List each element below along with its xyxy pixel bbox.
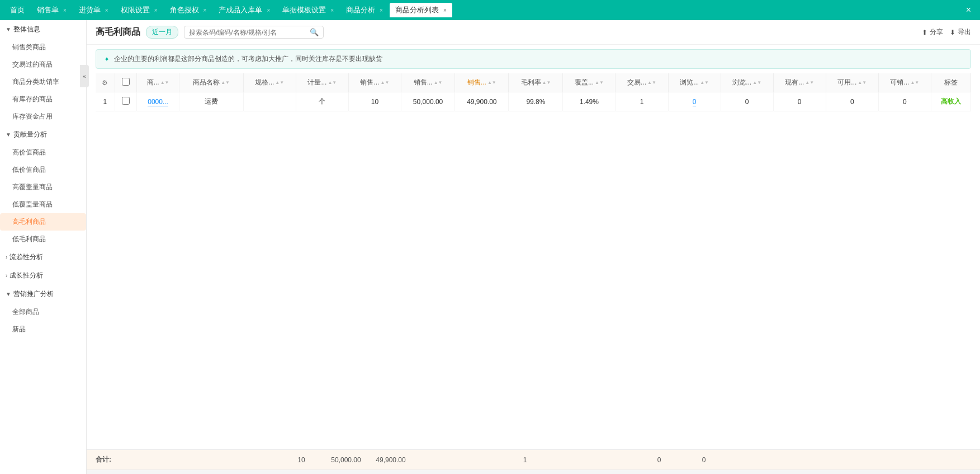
- sidebar-item-all-goods[interactable]: 全部商品: [0, 303, 86, 321]
- col-checkbox[interactable]: [115, 73, 136, 92]
- col-current-stock[interactable]: 现有... ▲▼: [773, 73, 826, 92]
- nav-window-close[interactable]: ×: [962, 3, 976, 17]
- close-permission-icon[interactable]: ×: [154, 7, 158, 13]
- select-all-checkbox[interactable]: [122, 78, 130, 86]
- sidebar-item-high-value[interactable]: 高价值商品: [0, 144, 86, 161]
- sidebar: ▼ 整体信息 销售类商品 交易过的商品 商品分类助销率 有库存的商品 库存资金占…: [0, 20, 87, 474]
- close-product-analysis-list-icon[interactable]: ×: [443, 7, 447, 13]
- sidebar-collapse-btn[interactable]: «: [80, 65, 89, 87]
- sidebar-item-low-coverage[interactable]: 低覆盖量商品: [0, 196, 86, 213]
- arrow-contribution-icon: ▼: [6, 132, 11, 138]
- col-name[interactable]: 商品名称 ▲▼: [179, 73, 243, 92]
- cell-available-stock: 0: [826, 92, 878, 111]
- export-icon: ⬇: [950, 29, 955, 36]
- col-sale-qty[interactable]: 销售... ▲▼: [348, 73, 401, 92]
- gear-icon[interactable]: ⚙: [102, 79, 108, 87]
- nav-product-analysis-list[interactable]: 商品分析列表 ×: [390, 3, 452, 17]
- sidebar-item-high-coverage[interactable]: 高覆盖量商品: [0, 179, 86, 196]
- nav-product-instock[interactable]: 产成品入库单 ×: [213, 3, 276, 17]
- tag-badge: 高收入: [941, 97, 961, 105]
- col-available-stock[interactable]: 可用... ▲▼: [826, 73, 878, 92]
- top-nav: 首页 销售单 × 进货单 × 权限设置 × 角色授权 × 产成品入库单 × 单据…: [0, 0, 980, 20]
- col-sale-amount[interactable]: 销售... ▲▼: [401, 73, 455, 92]
- sidebar-group-marketing[interactable]: ▼ 营销推广分析: [0, 285, 86, 303]
- cell-sale-amount: 50,000.00: [401, 92, 455, 111]
- sidebar-item-low-margin[interactable]: 低毛利商品: [0, 231, 86, 248]
- sidebar-group-overall[interactable]: ▼ 整体信息: [0, 20, 86, 39]
- browse1-link[interactable]: 0: [693, 98, 697, 106]
- sort-availstock-icon: ▲▼: [858, 81, 867, 85]
- nav-purchase[interactable]: 进货单 ×: [73, 3, 114, 17]
- cell-sale-qty: 10: [348, 92, 401, 111]
- bottom-scrollbar[interactable]: [87, 470, 980, 474]
- share-icon: ⬆: [922, 29, 927, 36]
- arrow-growth-icon: ›: [6, 273, 7, 279]
- nav-sales[interactable]: 销售单 ×: [31, 3, 72, 17]
- search-icon[interactable]: 🔍: [310, 28, 319, 36]
- cell-code[interactable]: 0000...: [136, 92, 179, 111]
- cell-coverage: 1.49%: [563, 92, 616, 111]
- nav-permission[interactable]: 权限设置 ×: [115, 3, 163, 17]
- cell-checkbox[interactable]: [115, 92, 136, 111]
- footer-avail-stock-val: 0: [681, 456, 726, 464]
- content-area: 高毛利商品 近一月 🔍 ⬆ 分享 ⬇ 导出 ✦ 企业的主要的利润都是这部分商品创…: [87, 20, 980, 474]
- footer-sale-qty: [122, 456, 279, 464]
- sidebar-item-category-rate[interactable]: 商品分类助销率: [0, 73, 86, 91]
- col-trans-count[interactable]: 交易... ▲▼: [616, 73, 668, 92]
- sidebar-item-new-goods[interactable]: 新品: [0, 321, 86, 338]
- col-browse2[interactable]: 浏览... ▲▼: [721, 73, 773, 92]
- row-checkbox[interactable]: [122, 97, 130, 105]
- table-container: ⚙ 商... ▲▼: [87, 73, 980, 449]
- footer-spacer2: [547, 456, 592, 464]
- cell-tag: 高收入: [931, 92, 970, 111]
- nav-template[interactable]: 单据模板设置 ×: [277, 3, 339, 17]
- cell-browse2: 0: [721, 92, 773, 111]
- col-saleable-stock[interactable]: 可销... ▲▼: [878, 73, 931, 92]
- cell-current-stock: 0: [773, 92, 826, 111]
- close-role-icon[interactable]: ×: [203, 7, 207, 13]
- sidebar-group-trend[interactable]: › 流趋性分析: [0, 248, 86, 266]
- col-spec[interactable]: 规格... ▲▼: [243, 73, 296, 92]
- sidebar-item-traded-goods[interactable]: 交易过的商品: [0, 56, 86, 73]
- sidebar-group-contribution[interactable]: ▼ 贡献量分析: [0, 125, 86, 144]
- col-unit[interactable]: 计量... ▲▼: [296, 73, 348, 92]
- cell-name: 运费: [179, 92, 243, 111]
- export-button[interactable]: ⬇ 导出: [950, 27, 971, 37]
- footer-spacer3: [592, 456, 637, 464]
- close-product-instock-icon[interactable]: ×: [267, 7, 270, 13]
- footer-current-stock-val: 0: [637, 456, 681, 464]
- nav-home[interactable]: 首页: [4, 3, 30, 17]
- col-coverage[interactable]: 覆盖... ▲▼: [563, 73, 616, 92]
- close-product-analysis-icon[interactable]: ×: [380, 7, 383, 13]
- sidebar-item-stock-capital[interactable]: 库存资金占用: [0, 108, 86, 125]
- close-sales-icon[interactable]: ×: [63, 7, 67, 13]
- col-code[interactable]: 商... ▲▼: [136, 73, 179, 92]
- sidebar-item-high-margin[interactable]: 高毛利商品: [0, 213, 86, 231]
- main-layout: « ▼ 整体信息 销售类商品 交易过的商品 商品分类助销率 有库存的商品 库存资…: [0, 20, 980, 474]
- sidebar-item-low-value[interactable]: 低价值商品: [0, 161, 86, 179]
- close-purchase-icon[interactable]: ×: [105, 7, 108, 13]
- cell-saleable-stock: 0: [878, 92, 931, 111]
- sort-spec-icon: ▲▼: [275, 81, 284, 85]
- nav-product-analysis[interactable]: 商品分析 ×: [340, 3, 389, 17]
- sidebar-item-sales-goods[interactable]: 销售类商品: [0, 39, 86, 56]
- share-button[interactable]: ⬆ 分享: [922, 27, 943, 37]
- sort-trans-icon: ▲▼: [647, 81, 656, 85]
- search-input[interactable]: [189, 29, 306, 36]
- sort-browse1-icon: ▲▼: [700, 81, 709, 85]
- sidebar-item-in-stock[interactable]: 有库存的商品: [0, 91, 86, 108]
- period-button[interactable]: 近一月: [146, 26, 178, 39]
- cell-browse1[interactable]: 0: [668, 92, 721, 111]
- col-browse1[interactable]: 浏览... ▲▼: [668, 73, 721, 92]
- sort-saleablestock-icon: ▲▼: [910, 81, 919, 85]
- sort-saleprofit-icon: ▲▼: [487, 81, 496, 85]
- sidebar-group-growth[interactable]: › 成长性分析: [0, 266, 86, 285]
- nav-role[interactable]: 角色授权 ×: [164, 3, 212, 17]
- col-sale-profit[interactable]: 销售... ▲▼: [455, 73, 509, 92]
- col-gross-rate[interactable]: 毛利率 ▲▼: [509, 73, 563, 92]
- product-code-link[interactable]: 0000...: [148, 98, 168, 106]
- col-tag[interactable]: 标签: [931, 73, 970, 92]
- close-template-icon[interactable]: ×: [330, 7, 334, 13]
- footer-sale-profit-val: 49,900.00: [368, 456, 413, 464]
- search-box: 🔍: [184, 26, 324, 39]
